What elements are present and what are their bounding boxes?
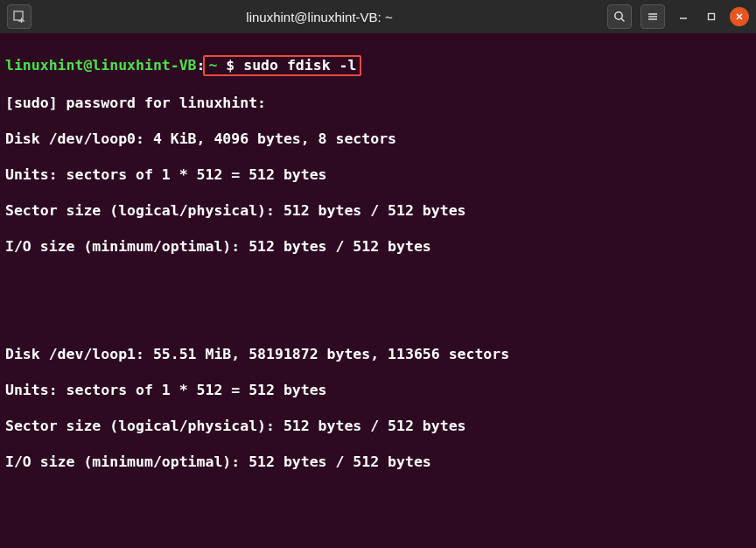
blank-line (5, 310, 751, 328)
window-titlebar: linuxhint@linuxhint-VB: ~ (0, 0, 756, 33)
close-button[interactable] (730, 7, 749, 26)
maximize-button[interactable] (702, 7, 721, 26)
menu-button[interactable] (640, 4, 665, 29)
new-tab-button[interactable] (7, 4, 32, 29)
svg-line-4 (621, 18, 624, 21)
prompt-path: ~ (208, 57, 217, 74)
disk0-units: Units: sectors of 1 * 512 = 512 bytes (5, 166, 751, 185)
svg-rect-9 (709, 14, 715, 20)
minimize-button[interactable] (674, 7, 693, 26)
disk1-io: I/O size (minimum/optimal): 512 bytes / … (5, 453, 751, 472)
blank-line (5, 274, 751, 292)
command-text: sudo fdisk -l (243, 57, 356, 74)
terminal-body[interactable]: linuxhint@linuxhint-VB:~ $ sudo fdisk -l… (0, 33, 756, 548)
disk1-sector: Sector size (logical/physical): 512 byte… (5, 418, 751, 436)
disk1-units: Units: sectors of 1 * 512 = 512 bytes (5, 382, 751, 400)
command-highlight: ~ $ sudo fdisk -l (203, 55, 361, 77)
svg-point-3 (615, 12, 622, 19)
prompt-line: linuxhint@linuxhint-VB:~ $ sudo fdisk -l (5, 55, 751, 77)
disk0-sector: Sector size (logical/physical): 512 byte… (5, 202, 751, 221)
blank-line (5, 525, 751, 544)
sudo-prompt: [sudo] password for linuxhint: (5, 95, 751, 113)
prompt-symbol: $ (217, 57, 243, 74)
prompt-user-host: linuxhint@linuxhint-VB (5, 57, 197, 74)
titlebar-left-group (7, 4, 32, 29)
disk0-header: Disk /dev/loop0: 4 KiB, 4096 bytes, 8 se… (5, 130, 751, 149)
blank-line (5, 489, 751, 508)
titlebar-right-group (607, 4, 749, 29)
window-title: linuxhint@linuxhint-VB: ~ (38, 10, 600, 25)
disk0-io: I/O size (minimum/optimal): 512 bytes / … (5, 238, 751, 256)
disk1-header: Disk /dev/loop1: 55.51 MiB, 58191872 byt… (5, 346, 751, 364)
search-button[interactable] (607, 4, 632, 29)
